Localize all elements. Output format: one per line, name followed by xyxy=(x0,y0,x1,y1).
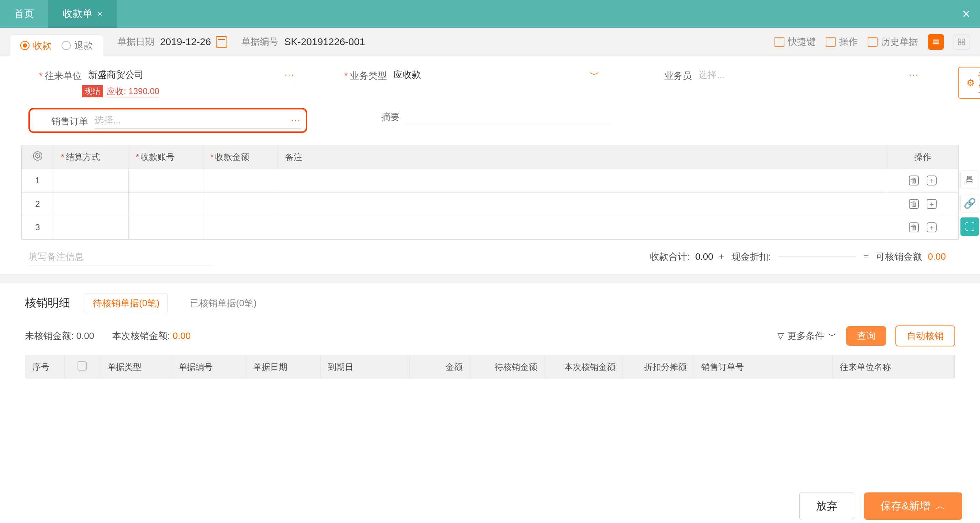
party-input[interactable]: 新盛商贸公司 ··· xyxy=(88,67,294,83)
clerk-label: 业务员 xyxy=(664,70,692,81)
vcol-due: 到期日 xyxy=(328,362,353,372)
vcol-pending: 待核销金额 xyxy=(495,362,537,372)
biztype-select[interactable]: 应收款 ﹀ xyxy=(393,67,600,83)
row-index: 2 xyxy=(22,192,54,216)
chevron-up-icon: ︿ xyxy=(935,499,946,513)
col-account: 收款账号 xyxy=(140,152,175,162)
more-filter-label: 更多条件 xyxy=(787,330,824,342)
vcol-no: 单据编号 xyxy=(178,362,213,372)
calendar-icon[interactable] xyxy=(216,36,227,48)
vcol-date: 单据日期 xyxy=(253,362,287,372)
party-balance: 应收: 1390.00 xyxy=(107,86,159,97)
verify-tab-done[interactable]: 已核销单据(0笔) xyxy=(182,293,264,313)
col-method: 结算方式 xyxy=(66,152,100,162)
tab-receipt[interactable]: 收款单 × xyxy=(48,0,117,28)
radio-receipt-label: 收款 xyxy=(33,40,52,52)
summary-input[interactable] xyxy=(406,108,612,124)
field-sales-order: 销售订单 选择... ··· xyxy=(29,108,307,133)
field-party: *往来单位 新盛商贸公司 ··· 现结 应收: 1390.00 xyxy=(29,67,294,97)
view-card-button[interactable] xyxy=(954,34,969,50)
clerk-placeholder: 选择... xyxy=(698,68,725,81)
top-tab-bar: 首页 收款单 × × xyxy=(0,0,980,28)
section-divider xyxy=(0,274,980,283)
clerk-more-icon[interactable]: ··· xyxy=(909,69,919,80)
filter-icon: ▽ xyxy=(777,331,784,341)
svg-rect-2 xyxy=(959,42,961,44)
shortcut-label: 快捷键 xyxy=(788,35,816,48)
grid-gear-icon[interactable] xyxy=(33,151,42,161)
field-summary: 摘要 xyxy=(346,108,612,124)
note-input[interactable]: 填写备注信息 xyxy=(29,248,213,265)
chevron-down-icon: ﹀ xyxy=(828,330,837,342)
vcol-this: 本次核销金额 xyxy=(564,362,616,372)
tab-receipt-label: 收款单 xyxy=(63,7,92,21)
clerk-select[interactable]: 选择... ··· xyxy=(698,67,919,83)
save-label: 保存&新增 xyxy=(880,499,930,513)
more-filter[interactable]: ▽ 更多条件 ﹀ xyxy=(777,330,837,342)
select-all-checkbox[interactable] xyxy=(78,361,87,371)
party-value: 新盛商贸公司 xyxy=(88,68,144,81)
col-ops: 操作 xyxy=(914,152,931,162)
field-clerk: 业务员 选择... ··· xyxy=(639,67,919,83)
col-remark: 备注 xyxy=(285,152,302,162)
save-new-button[interactable]: 保存&新增 ︿ xyxy=(864,493,962,520)
discard-button[interactable]: 放弃 xyxy=(799,492,854,520)
party-more-icon[interactable]: ··· xyxy=(285,69,294,80)
radio-refund[interactable]: 退款 xyxy=(62,40,93,52)
discount-input[interactable] xyxy=(778,257,856,257)
row-delete-icon[interactable]: 🗑 xyxy=(909,176,919,185)
shortcut-link[interactable]: 快捷键 xyxy=(775,35,816,48)
history-label: 历史单据 xyxy=(881,35,918,48)
sales-order-more-icon[interactable]: ··· xyxy=(291,115,301,126)
radio-receipt[interactable]: 收款 xyxy=(20,40,52,52)
rail-expand-icon[interactable]: ⛶ xyxy=(961,217,979,236)
doc-no-value: SK-20191226-001 xyxy=(284,36,365,48)
window-close-icon[interactable]: × xyxy=(952,0,980,28)
party-badge: 现结 xyxy=(82,85,103,97)
form-area: *往来单位 新盛商贸公司 ··· 现结 应收: 1390.00 *业务类型 应收… xyxy=(0,56,980,136)
verify-tab-pending[interactable]: 待核销单据(0笔) xyxy=(84,293,168,313)
grid-row[interactable]: 3 🗑 ＋ xyxy=(22,216,958,239)
discard-label: 放弃 xyxy=(816,500,837,512)
sum-total-label: 收款合计: xyxy=(650,250,689,263)
history-icon xyxy=(868,37,878,47)
grid-row[interactable]: 1 🗑 ＋ xyxy=(22,169,958,192)
verify-section: 核销明细 待核销单据(0笔) 已核销单据(0笔) 未核销金额: 0.00 本次核… xyxy=(0,283,980,523)
settings-label: 设置 xyxy=(978,70,980,95)
ops-label: 操作 xyxy=(839,35,858,48)
this-value: 0.00 xyxy=(173,330,191,341)
sales-order-select[interactable]: 选择... ··· xyxy=(95,112,301,128)
row-index: 3 xyxy=(22,216,54,239)
doc-date-value[interactable]: 2019-12-26 xyxy=(160,36,211,48)
tab-home[interactable]: 首页 xyxy=(0,0,48,28)
row-add-icon[interactable]: ＋ xyxy=(927,222,937,232)
col-amount: 收款金额 xyxy=(215,152,249,162)
ops-link[interactable]: 操作 xyxy=(826,35,858,48)
view-list-button[interactable] xyxy=(928,34,944,50)
rail-link-icon[interactable]: 🔗 xyxy=(961,194,979,212)
row-add-icon[interactable]: ＋ xyxy=(927,199,937,209)
tab-close-icon[interactable]: × xyxy=(97,9,102,19)
summary-row: 填写备注信息 收款合计: 0.00 + 现金折扣: = 可核销金额 0.00 xyxy=(0,240,980,274)
doc-date-label: 单据日期 xyxy=(117,35,154,48)
settings-button[interactable]: ⚙ 设置 xyxy=(958,67,980,99)
row-delete-icon[interactable]: 🗑 xyxy=(909,222,919,232)
sum-total-value: 0.00 xyxy=(695,251,713,262)
biztype-label: 业务类型 xyxy=(350,70,387,81)
auto-verify-label: 自动核销 xyxy=(907,330,944,341)
query-button[interactable]: 查询 xyxy=(846,326,886,346)
vcol-disc: 折扣分摊额 xyxy=(644,362,687,372)
sum-plus: + xyxy=(719,251,724,262)
document-bar: 收款 退款 单据日期 2019-12-26 单据编号 SK-20191226-0… xyxy=(0,28,980,56)
vcol-amount: 金额 xyxy=(445,362,463,372)
grid-row[interactable]: 2 🗑 ＋ xyxy=(22,192,958,216)
rail-print-icon[interactable]: 🖶 xyxy=(961,171,979,189)
row-add-icon[interactable]: ＋ xyxy=(927,176,937,185)
auto-verify-button[interactable]: 自动核销 xyxy=(896,325,955,346)
sum-writable-label: 可核销金额 xyxy=(876,250,922,263)
radio-dot-icon xyxy=(20,41,30,50)
side-rail: 🖶 🔗 ⛶ xyxy=(959,171,980,236)
row-delete-icon[interactable]: 🗑 xyxy=(909,199,919,209)
history-link[interactable]: 历史单据 xyxy=(868,35,918,48)
vcol-party: 往来单位名称 xyxy=(840,362,891,372)
